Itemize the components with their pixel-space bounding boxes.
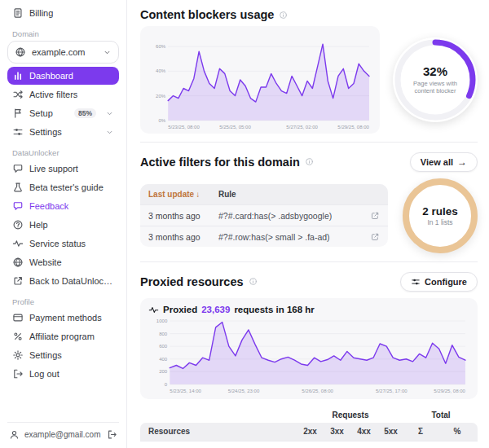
domain-selector[interactable]: example.com [7, 41, 119, 64]
rule-text: #?#.row:has(> small > .fa-ad) [218, 232, 360, 242]
svg-text:20%: 20% [156, 94, 166, 99]
column-header-resources[interactable]: Resources [140, 427, 297, 436]
column-header-5xx[interactable]: 5xx [377, 427, 404, 436]
info-icon[interactable] [279, 11, 288, 20]
blockers-usage-chart: 0%20%40%60%5/23/25, 08:005/25/25, 05:005… [147, 30, 373, 130]
sidebar-item-payment-methods[interactable]: Payment methods [7, 309, 119, 327]
resources-table: RequestsTotalResources2xx3xx4xx5xxΣ%adtr… [140, 407, 478, 448]
svg-text:5/29/25, 08:00: 5/29/25, 08:00 [434, 389, 465, 393]
sidebar-item-help[interactable]: Help [7, 216, 119, 234]
external-link-icon[interactable] [370, 232, 380, 242]
sidebar-item-label: Back to DataUnlocker 1.0 [29, 276, 114, 286]
resource-row: adtrafficquality.google2130002130.90% [140, 441, 478, 448]
sidebar-item-website[interactable]: Website [7, 253, 119, 271]
user-email: example@gmail.com [24, 430, 102, 439]
chevron-down-icon [105, 109, 114, 118]
filter-rule-row: 3 months ago#?#.row:has(> small > .fa-ad… [140, 226, 388, 247]
sliders-icon [12, 126, 24, 138]
feedback-icon [12, 200, 24, 212]
group-header-total: Total [404, 411, 478, 419]
proxied-resources-header: Proxied resources Configure [140, 272, 478, 292]
svg-text:5/25/25, 05:00: 5/25/25, 05:00 [219, 125, 251, 130]
sidebar-item-settings[interactable]: Settings [7, 346, 119, 364]
svg-text:1000: 1000 [156, 318, 168, 323]
column-header-[interactable]: % [437, 427, 478, 436]
gauge-value: 32% [423, 64, 447, 78]
column-header-2xx[interactable]: 2xx [297, 427, 324, 436]
sidebar-item-log-out[interactable]: Log out [7, 365, 119, 383]
filters-table-header: Last update↓Rule [140, 184, 388, 204]
column-header-rule[interactable]: Rule [218, 190, 360, 199]
section-title-text: Active filters for this domain [140, 156, 300, 169]
help-icon [12, 219, 24, 231]
sidebar-item-label: Live support [29, 164, 78, 173]
dashboard-icon [12, 70, 24, 81]
svg-text:60%: 60% [156, 44, 166, 49]
sort-descending-icon: ↓ [196, 190, 200, 199]
sidebar-item-beta-tester-s-guide[interactable]: Beta tester's guide [7, 178, 119, 196]
rules-count-badge: 2 rules In 1 lists [403, 178, 478, 253]
progress-badge: 85% [74, 108, 96, 118]
sidebar-nav: BillingDomainexample.comDashboardActive … [7, 3, 119, 384]
sidebar-item-label: Website [29, 257, 62, 267]
sidebar-item-back-to-dataunlocker-1-0[interactable]: Back to DataUnlocker 1.0 [7, 272, 119, 290]
sidebar: BillingDomainexample.comDashboardActive … [0, 0, 127, 448]
content-blockers-title: Content blockers usage [140, 8, 288, 21]
request-count: 23,639 [201, 305, 230, 314]
arrow-right-icon: → [457, 157, 467, 167]
svg-text:5/23/25, 08:00: 5/23/25, 08:00 [168, 125, 200, 130]
sidebar-item-label: Setup [29, 108, 53, 118]
sidebar-item-affiliate-program[interactable]: Affiliate program [7, 327, 119, 345]
avatar-icon [9, 429, 20, 440]
sidebar-item-label: Affiliate program [29, 332, 95, 341]
logout-icon[interactable] [107, 429, 117, 440]
section-title-text: Content blockers usage [140, 8, 274, 21]
section-title-text: Proxied resources [140, 275, 244, 288]
sidebar-section-label: DataUnlocker [12, 148, 114, 157]
active-filters-body: Last update↓Rule3 months ago#?#.card:has… [140, 178, 478, 253]
active-filters-title: Active filters for this domain [140, 156, 314, 169]
billing-icon [12, 7, 24, 19]
info-icon[interactable] [305, 157, 314, 166]
section-divider [140, 261, 478, 262]
gauge-text: 32% Page views with content blocker [393, 37, 478, 122]
column-header-3xx[interactable]: 3xx [324, 427, 350, 436]
sidebar-item-service-status[interactable]: Service status [7, 235, 119, 253]
sidebar-item-label: Settings [29, 127, 62, 137]
section-divider [140, 142, 478, 143]
sidebar-item-feedback[interactable]: Feedback [7, 197, 119, 215]
content-blockers-body: 0%20%40%60%5/23/25, 08:005/25/25, 05:005… [140, 26, 478, 134]
proxied-caption: Proxied 23,639 requests in 168 hr [148, 305, 469, 315]
configure-button[interactable]: Configure [400, 272, 478, 292]
column-header-4xx[interactable]: 4xx [350, 427, 377, 436]
chevron-down-icon [105, 128, 114, 137]
view-all-button[interactable]: View all → [410, 152, 478, 172]
sidebar-item-label: Payment methods [29, 313, 102, 323]
sidebar-item-dashboard[interactable]: Dashboard [7, 67, 119, 85]
gear-icon [12, 349, 24, 361]
content-blockers-header: Content blockers usage [140, 8, 478, 21]
rule-last-update: 3 months ago [148, 232, 218, 242]
view-all-label: View all [421, 157, 453, 167]
sidebar-section-label: Profile [12, 297, 114, 306]
resources-table-header: Resources2xx3xx4xx5xxΣ% [140, 423, 478, 441]
external-link-icon[interactable] [370, 211, 380, 221]
sidebar-item-active-filters[interactable]: Active filters [7, 86, 119, 103]
proxied-resources-title: Proxied resources [140, 275, 258, 288]
flask-icon [12, 182, 24, 193]
filters-icon [12, 89, 24, 100]
sidebar-item-setup[interactable]: Setup85% [7, 104, 119, 122]
sidebar-item-billing[interactable]: Billing [7, 4, 119, 22]
sidebar-item-settings[interactable]: Settings [7, 123, 119, 141]
column-header-last-update[interactable]: Last update↓ [148, 190, 218, 199]
caption-suffix: requests in 168 hr [234, 305, 314, 314]
svg-text:5/27/25, 02:00: 5/27/25, 02:00 [286, 125, 318, 130]
svg-text:0%: 0% [158, 118, 165, 123]
svg-text:40%: 40% [156, 68, 166, 73]
sidebar-item-live-support[interactable]: Live support [7, 160, 119, 178]
info-icon[interactable] [249, 277, 258, 286]
svg-text:5/27/25, 17:00: 5/27/25, 17:00 [376, 389, 408, 393]
filters-table: Last update↓Rule3 months ago#?#.card:has… [140, 184, 388, 247]
sidebar-item-label: Dashboard [29, 71, 73, 81]
column-header-[interactable]: Σ [404, 427, 437, 436]
